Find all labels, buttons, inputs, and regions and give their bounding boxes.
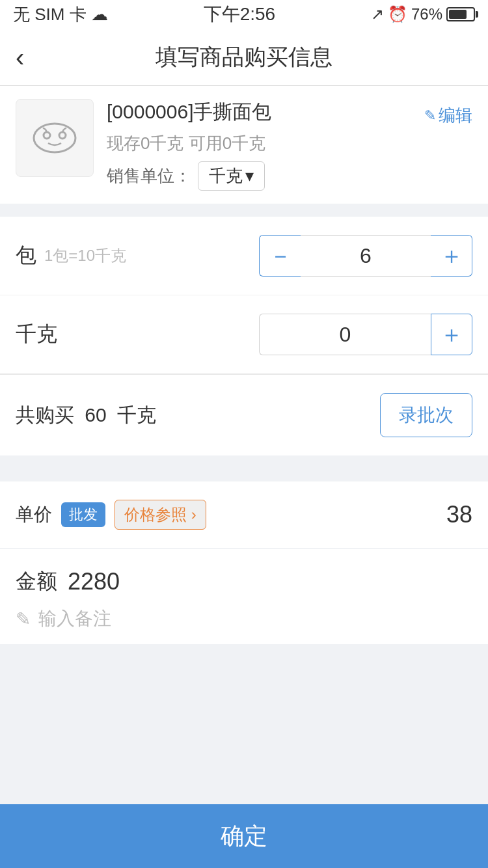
kg-label: 千克 <box>16 320 57 349</box>
edit-icon: ✎ <box>424 107 436 124</box>
chevron-down-icon: ▾ <box>245 166 254 186</box>
summary-text: 共购买 60 千克 <box>16 402 156 429</box>
amount-value: 2280 <box>68 568 120 595</box>
product-unit: 销售单位： 千克 ▾ <box>107 161 472 191</box>
package-label: 包 1包=10千克 <box>16 241 126 270</box>
sim-wifi-label: 无 SIM 卡 ☁ <box>13 3 108 26</box>
status-time: 下午2:56 <box>204 2 276 27</box>
status-bar: 无 SIM 卡 ☁ 下午2:56 ↗ ⏰ 76% <box>0 0 488 29</box>
battery-label: 76% <box>411 5 442 23</box>
price-row: 单价 批发 价格参照 › 38 <box>16 500 472 530</box>
remark-row[interactable]: ✎ 输入备注 <box>16 606 472 631</box>
product-info: [0000006]手撕面包 现存0千克 可用0千克 销售单位： 千克 ▾ <box>107 99 472 191</box>
location-icon: ↗ <box>371 5 384 23</box>
nav-bar: ‹ 填写商品购买信息 <box>0 29 488 86</box>
unit-label: 销售单位： <box>107 165 191 187</box>
package-minus-button[interactable]: － <box>259 235 301 277</box>
amount-row: 金额 2280 <box>16 567 472 596</box>
unit-select[interactable]: 千克 ▾ <box>198 161 265 191</box>
package-text: 包 <box>16 241 36 270</box>
svg-point-1 <box>44 132 50 139</box>
price-value: 38 <box>446 501 472 528</box>
unit-value: 千克 <box>209 165 243 187</box>
footer-bar: 确定 <box>0 804 488 868</box>
price-tag: 批发 <box>61 502 105 527</box>
price-text: 单价 <box>16 502 52 527</box>
remark-placeholder: 输入备注 <box>38 606 111 631</box>
page-title: 填写商品购买信息 <box>156 42 332 72</box>
status-left: 无 SIM 卡 ☁ <box>13 3 108 26</box>
section-divider-1 <box>0 204 488 217</box>
product-name: [0000006]手撕面包 <box>107 99 472 126</box>
batch-button[interactable]: 录批次 <box>380 393 472 437</box>
kg-text: 千克 <box>16 320 57 349</box>
kg-row: 千克 ＋ <box>0 295 488 373</box>
product-image <box>16 99 94 177</box>
product-logo-icon <box>29 118 81 157</box>
package-input[interactable] <box>301 235 431 277</box>
package-row: 包 1包=10千克 － ＋ <box>0 217 488 295</box>
package-control: － ＋ <box>259 235 472 277</box>
confirm-button[interactable]: 确定 <box>221 821 267 852</box>
price-section: 单价 批发 价格参照 › 38 <box>0 481 488 548</box>
summary-section: 共购买 60 千克 录批次 <box>0 375 488 455</box>
price-label: 单价 批发 价格参照 › <box>16 500 206 530</box>
package-hint: 1包=10千克 <box>44 245 126 266</box>
kg-plus-button[interactable]: ＋ <box>431 314 472 355</box>
edit-button[interactable]: ✎ 编辑 <box>424 104 472 127</box>
product-stock: 现存0千克 可用0千克 <box>107 132 472 155</box>
back-button[interactable]: ‹ <box>16 44 24 70</box>
package-plus-button[interactable]: ＋ <box>431 235 472 277</box>
svg-point-2 <box>59 132 66 139</box>
alarm-icon: ⏰ <box>388 5 407 23</box>
product-section: [0000006]手撕面包 现存0千克 可用0千克 销售单位： 千克 ▾ <box>0 86 488 204</box>
edit-label: 编辑 <box>439 104 472 127</box>
remark-icon: ✎ <box>16 608 31 630</box>
battery-icon <box>446 7 475 21</box>
summary-text2: 千克 <box>117 404 156 426</box>
svg-point-0 <box>34 124 75 152</box>
input-section: 包 1包=10千克 － ＋ 千克 ＋ <box>0 217 488 373</box>
kg-input[interactable] <box>259 314 431 355</box>
summary-text1: 共购买 <box>16 404 74 426</box>
kg-control: ＋ <box>259 314 472 355</box>
section-divider-3 <box>0 455 488 468</box>
battery-fill <box>449 10 467 19</box>
summary-qty: 60 <box>85 404 106 426</box>
price-ref-button[interactable]: 价格参照 › <box>115 500 206 530</box>
status-right: ↗ ⏰ 76% <box>371 5 475 23</box>
amount-label: 金额 <box>16 567 57 596</box>
amount-section: 金额 2280 ✎ 输入备注 <box>0 549 488 644</box>
